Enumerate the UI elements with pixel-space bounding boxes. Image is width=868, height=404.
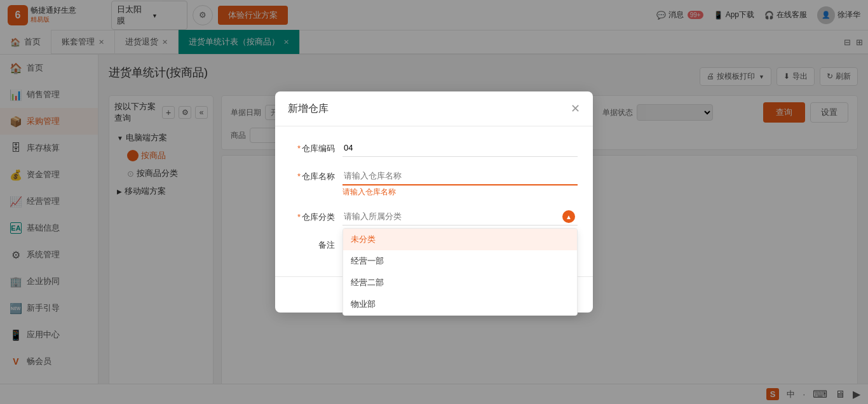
new-warehouse-dialog: 新增仓库 ✕ 仓库编码 仓库名称 请输入仓库名称 仓库分类 [275,91,593,313]
category-input[interactable] [342,208,578,226]
category-arrow-icon[interactable]: ▲ [562,210,575,223]
form-row-name: 仓库名称 请输入仓库名称 [290,167,578,198]
name-label: 仓库名称 [290,167,335,182]
warehouse-name-input[interactable] [342,167,578,185]
form-row-code: 仓库编码 [290,139,578,157]
category-select-wrap: ▲ 未分类 经营一部 经营二部 物业部 [342,208,578,226]
warehouse-code-input[interactable] [342,139,578,157]
name-error-msg: 请输入仓库名称 [342,187,578,198]
dropdown-item-dept2[interactable]: 经营二部 [343,272,577,293]
category-label: 仓库分类 [290,208,335,223]
note-label: 备注 [290,236,335,251]
form-row-category: 仓库分类 ▲ 未分类 经营一部 经营二部 物业部 [290,208,578,226]
dialog-header: 新增仓库 ✕ [275,91,593,126]
dialog-title: 新增仓库 [288,102,329,116]
dialog-body: 仓库编码 仓库名称 请输入仓库名称 仓库分类 ▲ [275,126,593,276]
dropdown-item-unclassified[interactable]: 未分类 [343,229,577,250]
category-dropdown: 未分类 经营一部 经营二部 物业部 [342,228,578,316]
dropdown-item-dept3[interactable]: 物业部 [343,293,577,315]
dropdown-item-dept1[interactable]: 经营一部 [343,250,577,272]
dialog-overlay: 新增仓库 ✕ 仓库编码 仓库名称 请输入仓库名称 仓库分类 [0,0,868,404]
dialog-close-button[interactable]: ✕ [571,102,580,116]
code-label: 仓库编码 [290,139,335,154]
